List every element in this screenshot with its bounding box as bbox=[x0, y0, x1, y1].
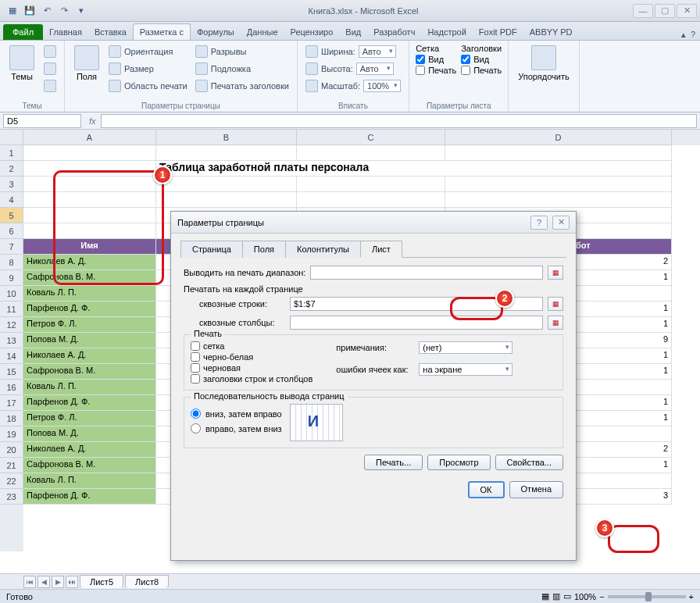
print-area-button[interactable]: Область печати bbox=[107, 78, 189, 94]
view-normal-icon[interactable]: ▦ bbox=[541, 591, 549, 601]
cell[interactable] bbox=[23, 208, 156, 223]
tab-home[interactable]: Главная bbox=[43, 24, 88, 40]
theme-colors-button[interactable] bbox=[42, 44, 58, 59]
sheet-nav-next-icon[interactable]: ▶ bbox=[52, 576, 64, 588]
sheet-nav-last-icon[interactable]: ⏭ bbox=[66, 576, 78, 588]
sheet-title-cell[interactable]: Таблица заработной платы персонала bbox=[156, 161, 672, 177]
dialog-tab-margins[interactable]: Поля bbox=[242, 241, 286, 258]
cell[interactable] bbox=[445, 177, 672, 192]
cell[interactable] bbox=[297, 177, 445, 192]
row-header[interactable]: 19 bbox=[0, 426, 23, 442]
select-all-corner[interactable] bbox=[0, 130, 23, 145]
row-header[interactable]: 15 bbox=[0, 364, 23, 380]
row-header[interactable]: 14 bbox=[0, 348, 23, 364]
cell[interactable] bbox=[23, 161, 156, 177]
row-header[interactable]: 17 bbox=[0, 395, 23, 411]
cell[interactable] bbox=[23, 145, 156, 161]
dialog-tab-sheet[interactable]: Лист bbox=[360, 241, 402, 258]
qat-dropdown-icon[interactable]: ▾ bbox=[73, 3, 89, 19]
sheet-tab[interactable]: Лист5 bbox=[80, 575, 123, 588]
row-header[interactable]: 5 bbox=[0, 208, 23, 223]
dialog-tab-headerfooter[interactable]: Колонтитулы bbox=[285, 241, 361, 258]
redo-icon[interactable]: ↷ bbox=[56, 3, 72, 19]
zoom-value[interactable]: 100% bbox=[574, 592, 596, 601]
order-right-radio[interactable]: вправо, затем вниз bbox=[191, 423, 282, 434]
row-header[interactable]: 3 bbox=[0, 177, 23, 192]
name-cell[interactable]: Николаев А. Д. bbox=[23, 255, 156, 270]
tab-data[interactable]: Данные bbox=[241, 24, 284, 40]
theme-effects-button[interactable] bbox=[42, 78, 58, 94]
row-header[interactable]: 16 bbox=[0, 380, 23, 395]
row-header[interactable]: 21 bbox=[0, 458, 23, 473]
zoom-in-icon[interactable]: + bbox=[689, 592, 694, 601]
save-icon[interactable]: 💾 bbox=[22, 3, 38, 19]
dialog-titlebar[interactable]: Параметры страницы ? ✕ bbox=[171, 212, 576, 234]
name-cell[interactable]: Попова М. Д. bbox=[23, 426, 156, 442]
column-header[interactable]: A bbox=[23, 130, 156, 145]
draft-checkbox[interactable]: черновая bbox=[191, 363, 312, 373]
ok-button[interactable]: ОК bbox=[468, 481, 505, 498]
headings-print-checkbox[interactable]: Печать bbox=[461, 66, 502, 75]
row-header[interactable]: 11 bbox=[0, 302, 23, 317]
cell[interactable] bbox=[23, 223, 156, 239]
breaks-button[interactable]: Разрывы bbox=[194, 44, 291, 59]
maximize-icon[interactable]: ▢ bbox=[655, 4, 675, 18]
tab-formulas[interactable]: Формулы bbox=[191, 24, 241, 40]
name-cell[interactable]: Николаев А. Д. bbox=[23, 442, 156, 458]
cell[interactable] bbox=[297, 192, 445, 208]
row-header[interactable]: 4 bbox=[0, 192, 23, 208]
close-icon[interactable]: ✕ bbox=[677, 4, 697, 18]
tab-view[interactable]: Вид bbox=[339, 24, 367, 40]
row-header[interactable]: 10 bbox=[0, 286, 23, 302]
range-picker-icon[interactable]: ▦ bbox=[548, 266, 563, 280]
name-box[interactable]: D5 bbox=[3, 114, 81, 128]
bw-checkbox[interactable]: черно-белая bbox=[191, 352, 312, 362]
cancel-button[interactable]: Отмена bbox=[509, 481, 563, 498]
errors-combo[interactable]: на экране bbox=[419, 363, 512, 376]
headings-view-checkbox[interactable]: Вид bbox=[461, 55, 502, 64]
view-break-icon[interactable]: ▭ bbox=[563, 591, 571, 601]
range-picker-icon[interactable]: ▦ bbox=[548, 316, 563, 330]
sheet-nav-prev-icon[interactable]: ◀ bbox=[38, 576, 50, 588]
cell[interactable] bbox=[156, 177, 297, 192]
print-button[interactable]: Печать... bbox=[364, 455, 423, 470]
tab-addins[interactable]: Надстрой bbox=[421, 24, 472, 40]
properties-button[interactable]: Свойства... bbox=[495, 455, 563, 470]
name-cell[interactable]: Петров Ф. Л. bbox=[23, 411, 156, 426]
column-header[interactable]: D bbox=[445, 130, 672, 145]
name-cell[interactable]: Парфенов Д. Ф. bbox=[23, 302, 156, 317]
tab-developer[interactable]: Разработч bbox=[367, 24, 421, 40]
margins-button[interactable]: Поля bbox=[71, 44, 102, 83]
fit-width-combo[interactable]: Авто bbox=[359, 45, 396, 58]
cell[interactable] bbox=[445, 145, 672, 161]
row-header[interactable]: 12 bbox=[0, 317, 23, 333]
dialog-close-icon[interactable]: ✕ bbox=[552, 216, 570, 230]
formula-input[interactable] bbox=[101, 114, 697, 128]
undo-icon[interactable]: ↶ bbox=[39, 3, 55, 19]
sheet-nav-first-icon[interactable]: ⏮ bbox=[23, 576, 36, 588]
fit-scale-combo[interactable]: 100% bbox=[363, 80, 401, 92]
preview-button[interactable]: Просмотр bbox=[427, 455, 490, 470]
name-cell[interactable]: Парфенов Д. Ф. bbox=[23, 395, 156, 411]
row-header[interactable]: 20 bbox=[0, 442, 23, 458]
gridlines-checkbox[interactable]: сетка bbox=[191, 341, 312, 351]
name-cell[interactable]: Петров Ф. Л. bbox=[23, 317, 156, 333]
tab-review[interactable]: Рецензиро bbox=[284, 24, 340, 40]
name-cell[interactable]: Коваль Л. П. bbox=[23, 473, 156, 489]
minimize-icon[interactable]: — bbox=[633, 4, 653, 18]
row-header[interactable]: 9 bbox=[0, 270, 23, 286]
dialog-help-icon[interactable]: ? bbox=[530, 216, 548, 230]
order-down-radio[interactable]: вниз, затем вправо bbox=[191, 409, 282, 419]
cell[interactable] bbox=[23, 192, 156, 208]
rowcol-headers-checkbox[interactable]: заголовки строк и столбцов bbox=[191, 374, 312, 384]
tab-abbyy[interactable]: ABBYY PD bbox=[523, 24, 579, 40]
name-cell[interactable]: Сафронова В. М. bbox=[23, 270, 156, 286]
view-layout-icon[interactable]: ▥ bbox=[552, 591, 560, 601]
row-header[interactable]: 6 bbox=[0, 223, 23, 239]
comments-combo[interactable]: (нет) bbox=[419, 341, 512, 354]
tab-foxit[interactable]: Foxit PDF bbox=[473, 24, 523, 40]
sheet-tab[interactable]: Лист8 bbox=[125, 575, 169, 588]
background-button[interactable]: Подложка bbox=[194, 61, 291, 77]
column-header[interactable]: C bbox=[297, 130, 445, 145]
name-cell[interactable]: Парфенов Д. Ф. bbox=[23, 489, 156, 505]
